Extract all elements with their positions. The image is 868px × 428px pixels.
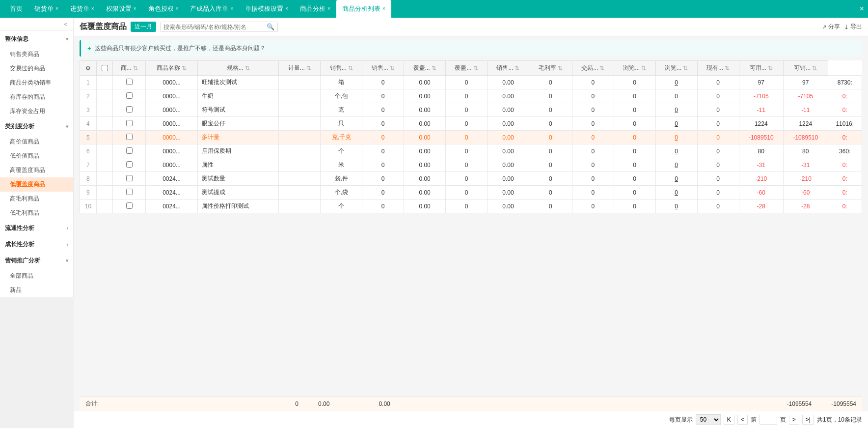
row-name-2[interactable]: 符号测试 [198, 103, 279, 117]
search-input[interactable] [163, 24, 267, 30]
row-checkbox-8[interactable] [113, 186, 146, 200]
col-sales2[interactable]: 销售... ⇅ [362, 61, 404, 76]
col-stock3[interactable]: 可销... ⇅ [784, 61, 828, 76]
row-check-7[interactable] [126, 175, 133, 181]
next-page-button[interactable]: > [789, 415, 799, 425]
row-checkbox-7[interactable] [113, 172, 146, 186]
row-check-0[interactable] [126, 79, 133, 85]
nav-permission-settings[interactable]: 权限设置 × [100, 0, 142, 18]
col-cover2[interactable]: 覆盖... ⇅ [446, 61, 488, 76]
row-view1-1[interactable]: 0 [655, 89, 697, 103]
col-stock2[interactable]: 可用... ⇅ [739, 61, 784, 76]
col-view2[interactable]: 浏览... ⇅ [655, 61, 697, 76]
row-view1-2[interactable]: 0 [655, 103, 697, 117]
col-unit[interactable]: 计量... ⇅ [279, 61, 321, 76]
row-checkbox-6[interactable] [113, 158, 146, 172]
col-checkbox[interactable] [96, 61, 112, 76]
sidebar-item-sales-goods[interactable]: 销售类商品 [0, 47, 73, 61]
first-page-button[interactable]: K [724, 415, 734, 425]
col-view1[interactable]: 浏览... ⇅ [614, 61, 655, 76]
col-sales3[interactable]: 销售... ⇅ [487, 61, 529, 76]
row-check-5[interactable] [126, 147, 133, 154]
row-check-2[interactable] [126, 106, 133, 113]
sidebar-item-low-coverage[interactable]: 低覆盖度商品 [0, 177, 73, 192]
row-check-8[interactable] [126, 189, 133, 195]
per-page-select[interactable]: 50 100 200 [696, 414, 721, 425]
sidebar-section-growth[interactable]: 成长性分析 › [0, 236, 73, 253]
current-page-input[interactable]: 1 [760, 415, 777, 425]
nav-product-inbound[interactable]: 产成品入库单 × [184, 0, 239, 18]
nav-template-settings[interactable]: 单据模板设置 × [239, 0, 294, 18]
row-view1-6[interactable]: 0 [655, 158, 697, 172]
row-check-4[interactable] [126, 134, 133, 140]
row-view1-3[interactable]: 0 [655, 117, 697, 131]
row-check-3[interactable] [126, 120, 133, 126]
col-settings[interactable]: ⚙ [80, 61, 97, 76]
sidebar-item-high-margin[interactable]: 高毛利商品 [0, 192, 73, 206]
row-check-1[interactable] [126, 92, 133, 99]
nav-home[interactable]: 首页 [4, 0, 28, 18]
table-wrapper[interactable]: ⚙ 商... ⇅ 商品名称 ⇅ 规格... ⇅ 计量... ⇅ 销售... ⇅ … [80, 60, 862, 396]
row-view1-4[interactable]: 0 [655, 131, 697, 144]
row-view1-5[interactable]: 0 [655, 144, 697, 158]
row-checkbox-0[interactable] [113, 76, 146, 89]
sidebar-item-stock-goods[interactable]: 有库存的商品 [0, 90, 73, 104]
col-spec[interactable]: 规格... ⇅ [198, 61, 279, 76]
row-view1-0[interactable]: 0 [655, 76, 697, 89]
sidebar-item-all-goods[interactable]: 全部商品 [0, 269, 73, 283]
row-name-0[interactable]: 旺辅批次测试 [198, 76, 279, 89]
row-checkbox-3[interactable] [113, 117, 146, 131]
sidebar-item-low-value[interactable]: 低价值商品 [0, 149, 73, 163]
sidebar-section-overall[interactable]: 整体信息 ▾ [0, 31, 73, 47]
sidebar-item-new-goods[interactable]: 新品 [0, 283, 73, 297]
col-code[interactable]: 商... ⇅ [113, 61, 146, 76]
sidebar-item-high-value[interactable]: 高价值商品 [0, 135, 73, 149]
nav-role-auth[interactable]: 角色授权 × [142, 0, 185, 18]
col-sales1[interactable]: 销售... ⇅ [321, 61, 362, 76]
sidebar-item-low-margin[interactable]: 低毛利商品 [0, 206, 73, 220]
window-close-button[interactable]: × [860, 4, 864, 13]
row-checkbox-9[interactable] [113, 200, 146, 213]
row-checkbox-4[interactable] [113, 131, 146, 144]
sidebar-item-high-coverage[interactable]: 高覆盖度商品 [0, 163, 73, 177]
nav-product-analysis[interactable]: 商品分析 × [294, 0, 336, 18]
sidebar-collapse-button[interactable]: « [61, 20, 70, 29]
col-trade[interactable]: 交易... ⇅ [572, 61, 614, 76]
row-check-6[interactable] [126, 161, 133, 168]
row-name-6[interactable]: 属性 [198, 158, 279, 172]
nav-sales-order[interactable]: 销货单 × [28, 0, 64, 18]
sidebar-section-flow[interactable]: 流通性分析 › [0, 220, 73, 236]
col-name[interactable]: 商品名称 ⇅ [145, 61, 197, 76]
time-filter-button[interactable]: 近一月 [131, 22, 156, 32]
select-all-checkbox[interactable] [102, 65, 108, 71]
row-name-8[interactable]: 测试提成 [198, 186, 279, 200]
nav-purchase-order[interactable]: 进货单 × [64, 0, 100, 18]
row-view1-8[interactable]: 0 [655, 186, 697, 200]
col-stock1[interactable]: 现有... ⇅ [697, 61, 739, 76]
prev-page-button[interactable]: < [737, 415, 748, 425]
sidebar-section-marketing[interactable]: 营销推广分析 ▾ [0, 253, 73, 269]
col-margin[interactable]: 毛利率 ⇅ [529, 61, 572, 76]
row-name-1[interactable]: 牛奶 [198, 89, 279, 103]
export-button[interactable]: ⤓ 导出 [844, 23, 862, 31]
sidebar-section-abc[interactable]: 类别度分析 ▾ [0, 118, 73, 135]
last-page-button[interactable]: >| [802, 415, 814, 425]
row-view1-9[interactable]: 0 [655, 200, 697, 213]
row-checkbox-2[interactable] [113, 103, 146, 117]
row-name-9[interactable]: 属性价格打印测试 [198, 200, 279, 213]
row-name-3[interactable]: 眼宝公仔 [198, 117, 279, 131]
col-cover1[interactable]: 覆盖... ⇅ [404, 61, 446, 76]
sidebar-item-traded-goods[interactable]: 交易过的商品 [0, 61, 73, 76]
row-checkbox-5[interactable] [113, 144, 146, 158]
row-num-1: 2 [80, 89, 97, 103]
row-view1-7[interactable]: 0 [655, 172, 697, 186]
row-name-4[interactable]: 多计量 [198, 131, 279, 144]
row-name-7[interactable]: 测试数量 [198, 172, 279, 186]
share-button[interactable]: ↗ 分享 [822, 23, 840, 31]
row-checkbox-1[interactable] [113, 89, 146, 103]
nav-product-analysis-list[interactable]: 商品分析列表 × [336, 0, 391, 18]
row-name-5[interactable]: 启用保质期 [198, 144, 279, 158]
sidebar-item-category-rate[interactable]: 商品分类动销率 [0, 76, 73, 90]
row-check-9[interactable] [126, 202, 133, 209]
sidebar-item-stock-capital[interactable]: 库存资金占用 [0, 104, 73, 118]
